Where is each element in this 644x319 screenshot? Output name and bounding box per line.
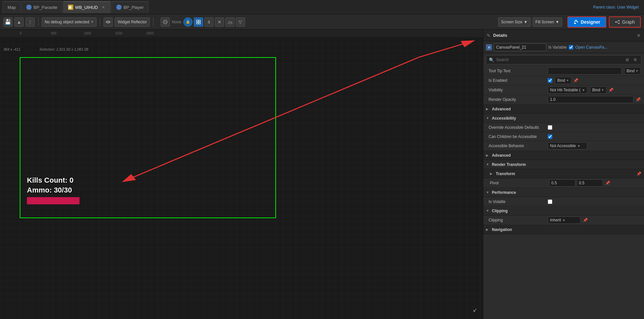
accessible-behavior-dropdown[interactable]: Not Accessible ▼ (548, 142, 587, 149)
debug-dropdown-label: No debug object selected (45, 20, 89, 24)
section-performance[interactable]: ▼ Performance (483, 188, 644, 197)
can-children-value (548, 134, 641, 139)
svg-rect-7 (199, 22, 200, 24)
sep3 (153, 17, 153, 27)
grid-number-btn[interactable]: 4 (204, 17, 214, 27)
section-clipping[interactable]: ▼ Clipping (483, 206, 644, 216)
render-opacity-input[interactable] (548, 96, 633, 103)
save-icon-btn[interactable]: 💾 (3, 17, 12, 27)
menu-btn[interactable]: ⋮ (26, 17, 35, 27)
snap-icon-btn[interactable]: ✕ (215, 17, 224, 27)
bp-player-icon (116, 5, 122, 10)
settings-btn[interactable]: ⚙ (632, 57, 638, 63)
render-opacity-pin[interactable]: 📌 (635, 97, 641, 102)
grid-icon-btn[interactable] (194, 17, 203, 27)
section-advanced-2[interactable]: ▶ Advanced (483, 151, 644, 160)
override-accessible-value (548, 125, 641, 130)
widget-name-input[interactable] (494, 43, 546, 51)
prop-tooltip-row: Tool Tip Text Bind ▼ (483, 66, 644, 76)
is-variable-checkbox[interactable] (569, 45, 573, 50)
tooltip-input[interactable] (548, 67, 622, 75)
accessible-behavior-arrow: ▼ (577, 144, 581, 148)
eye-icon-btn[interactable] (104, 17, 113, 27)
transform-arrow: ▶ (490, 172, 494, 175)
advanced-1-arrow: ▶ (486, 107, 490, 111)
widget-canvas-box[interactable]: Kills Count: 0 Ammo: 30/30 (20, 57, 276, 218)
triangle-play-btn[interactable]: ▲ (14, 17, 24, 27)
open-canvas-link[interactable]: Open CanvasPa... (575, 45, 608, 50)
can-children-checkbox[interactable] (548, 134, 552, 139)
globe-icon-btn[interactable] (161, 17, 170, 27)
widget-reflector-label: Widget Reflector (118, 20, 147, 24)
can-children-label: Can Children be Accessible (489, 134, 548, 139)
canvas-viewport: 384 x -411 Selection: 1,921.92 x 1,081.0… (0, 37, 483, 319)
tab-bp-player[interactable]: BP_Player (111, 1, 149, 13)
override-accessible-label: Override Accessible Defaults (489, 125, 548, 130)
screen-size-dropdown[interactable]: Screen Size ▼ (498, 17, 531, 27)
override-accessible-checkbox[interactable] (548, 125, 552, 130)
pivot-pin[interactable]: 📌 (605, 180, 610, 186)
prop-override-accessible-row: Override Accessible Defaults (483, 123, 644, 132)
transform-pin[interactable]: 📌 (636, 171, 641, 176)
clipping-prop-label: Clipping (489, 218, 548, 222)
debug-dropdown[interactable]: No debug object selected ▼ (42, 17, 97, 27)
lock-icon-btn[interactable]: 🔒 (183, 17, 193, 27)
widget-reflector-btn[interactable]: Widget Reflector (115, 17, 150, 27)
prop-can-children-row: Can Children be Accessible (483, 132, 644, 141)
section-navigation[interactable]: ▶ Navigation (483, 225, 644, 234)
navigation-arrow: ▶ (486, 228, 490, 231)
properties-area[interactable]: Tool Tip Text Bind ▼ Is Enabled Bind ▼ 📌 (483, 66, 644, 319)
position-info: 384 x -411 (3, 47, 20, 51)
ruler-0: 0 (20, 32, 22, 35)
table-view-btn[interactable]: ⊞ (624, 57, 631, 63)
tooltip-bind-btn[interactable]: Bind ▼ (624, 67, 641, 75)
canvas-area[interactable]: 0 500 1000 1500 2000 384 x -411 Selectio… (0, 30, 483, 319)
visibility-bind-btn[interactable]: Bind ▼ (590, 86, 607, 94)
graph-button[interactable]: Graph (609, 16, 641, 28)
is-enabled-checkbox[interactable] (548, 78, 552, 83)
fill-screen-label: Fill Screen (536, 20, 554, 24)
advanced-1-label: Advanced (492, 107, 511, 111)
graph-icon (615, 19, 620, 25)
details-close-btn[interactable]: ✕ (637, 33, 641, 38)
render-opacity-value: 📌 (548, 96, 641, 103)
ruler-500: 500 (51, 32, 57, 35)
parent-class-info: Parent class: User Widget (593, 5, 641, 10)
clipping-dropdown[interactable]: Inherit ▼ (548, 216, 581, 224)
designer-icon (573, 19, 579, 25)
visibility-pin[interactable]: 📌 (609, 87, 614, 93)
designer-button[interactable]: Designer (567, 16, 606, 28)
fill-screen-arrow: ▼ (555, 20, 559, 24)
clipping-pin[interactable]: 📌 (583, 217, 588, 223)
prop-pivot-row: Pivot 📌 (483, 178, 644, 188)
visibility-dropdown[interactable]: Not Hit-Testable ( ▼ (548, 86, 587, 94)
tab-close-wb-uihud[interactable]: ✕ (101, 5, 106, 10)
render-transform-label: Render Transform (492, 162, 526, 167)
screen-size-label: Screen Size (501, 20, 522, 24)
screen-size-arrow: ▼ (524, 20, 528, 24)
toolbar: 💾 ▲ ⋮ No debug object selected ▼ Widget … (0, 14, 644, 30)
search-icon: 🔍 (489, 57, 494, 62)
fill-screen-dropdown[interactable]: Fill Screen ▼ (533, 17, 563, 27)
bp-player-tab-label: BP_Player (124, 5, 144, 10)
render-transform-arrow: ▼ (486, 163, 490, 166)
section-transform[interactable]: ▶ Transform 📌 (483, 169, 644, 178)
mountain-icon-btn[interactable] (225, 17, 235, 27)
pivot-x-input[interactable] (549, 179, 575, 187)
parent-class-link[interactable]: User Widget (617, 5, 639, 10)
is-enabled-bind-btn[interactable]: Bind ▼ (555, 77, 571, 84)
search-input[interactable] (496, 57, 622, 62)
is-volatile-checkbox[interactable] (548, 199, 552, 204)
section-accessibility[interactable]: ▼ Accessibility (483, 114, 644, 123)
tab-bp-parasite[interactable]: BP_Parasite (21, 1, 62, 13)
pivot-y-input[interactable] (577, 179, 603, 187)
triangle-icon-btn[interactable]: ▽ (236, 17, 245, 27)
is-enabled-label: Is Enabled (489, 78, 548, 83)
tab-map[interactable]: Map (3, 1, 21, 13)
section-advanced-1[interactable]: ▶ Advanced (483, 104, 644, 114)
sep2 (100, 17, 100, 27)
svg-line-9 (577, 21, 578, 22)
section-render-transform[interactable]: ▼ Render Transform (483, 160, 644, 169)
is-enabled-pin[interactable]: 📌 (573, 78, 579, 83)
tab-wb-uihud[interactable]: ▣ WB_UIHUD ✕ (63, 1, 111, 13)
